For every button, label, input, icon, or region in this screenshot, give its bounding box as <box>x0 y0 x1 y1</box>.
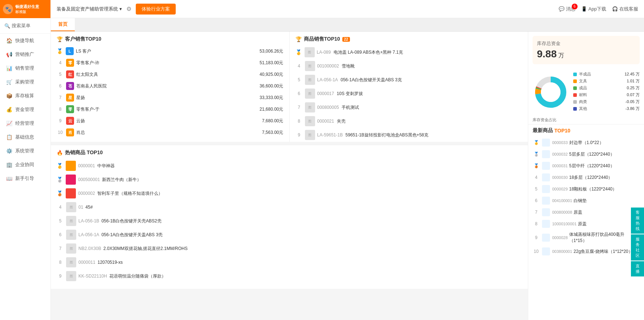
new-product-img <box>542 150 550 158</box>
new-product-row: 8 10000100001 原盖 <box>533 218 640 230</box>
legend-color-dot <box>573 107 577 111</box>
flame-icon: 🔥 <box>57 150 63 156</box>
nav-item-basics[interactable]: 📋 基础信息 <box>0 130 50 144</box>
nav-item-shortcuts[interactable]: 🏠 快捷导航 <box>0 34 50 48</box>
new-product-img <box>542 208 550 216</box>
product-thumbnail: 图 <box>305 116 315 126</box>
new-product-img <box>542 162 550 170</box>
nav-item-system[interactable]: ⚙️ 系统管理 <box>0 144 50 158</box>
donut-chart-area: 半成品 12.45 万 文具 1.01 万 成品 0.25 万 <box>528 69 644 116</box>
inventory-unit: 万 <box>558 52 564 60</box>
marketing-icon: 📢 <box>6 51 12 58</box>
online-service-button[interactable]: 🎧 在线客服 <box>612 6 638 12</box>
customer-avatar: L <box>66 47 74 55</box>
new-product-row: 6 004100001 白钢垫 <box>533 195 640 206</box>
legend-color-dot <box>573 79 577 83</box>
rank-number: 8 <box>533 221 540 226</box>
rank-number: 🥇 <box>533 140 540 145</box>
medal-icon: 🥇 <box>57 163 63 169</box>
new-product-row: 10 003800001 22g鱼豆腐-烧烤味（1*12*20） <box>533 246 640 257</box>
new-product-row: 7 000800008 原盖 <box>533 206 640 218</box>
nav-item-finance[interactable]: 💰 资金管理 <box>0 103 50 116</box>
rank-number: 🥉 <box>533 163 540 168</box>
legend-item: 半成品 12.45 万 <box>573 71 640 77</box>
medal-icon: 🥈 <box>57 177 63 182</box>
hot-product-row: 4 图 01 45# <box>51 200 528 214</box>
customer-avatar: 肖 <box>66 128 74 136</box>
rank-number: 5 <box>533 186 540 192</box>
new-product-row: 🥈 0000032 5层多层（1220*2440） <box>533 148 640 160</box>
hot-product-img: 图 <box>66 243 76 254</box>
home-icon: 🏠 <box>6 37 12 44</box>
new-product-img <box>542 139 550 147</box>
hot-product-row: 🥈 000500001 新西兰牛肉（新牛） <box>51 173 528 186</box>
sidebar: 🐾 畅捷通好生意 标准版 🔍 搜索菜单 🏠 快捷导航 📢 营销推广 📊 销售管理… <box>0 0 51 320</box>
inventory-legend: 半成品 12.45 万 文具 1.01 万 成品 0.25 万 <box>573 71 640 113</box>
guide-icon: 📖 <box>6 175 12 182</box>
rank-number: 4 <box>533 175 540 180</box>
service-community-button[interactable]: 服务 社区 <box>631 234 644 260</box>
nav-item-enterprise[interactable]: 🏢 企业协同 <box>0 158 50 172</box>
rank-number: 9 <box>533 235 540 240</box>
message-button[interactable]: 💬 消息 6 <box>559 6 575 12</box>
product-rank-row: 6 图 0000017 10S 变刺罗拔 <box>290 87 528 100</box>
hot-product-row: 8 图 0000011 12070519-xs <box>51 255 528 269</box>
customer-top10-section: 🏆 客户销售TOP10 🥇 L LS 客户 53,006.26元 4 零 零售客… <box>51 32 290 142</box>
legend-item: 成品 0.25 万 <box>573 85 640 91</box>
trial-plan-button[interactable]: 体验行业方案 <box>136 4 176 15</box>
customer-avatar: 苍 <box>66 82 74 90</box>
trophy-icon: 🏆 <box>57 36 63 42</box>
hot-product-img: 图 <box>66 271 76 281</box>
legend-item: 材料 0.07 万 <box>573 92 640 98</box>
customer-avatar: 云 <box>66 117 74 125</box>
product-rank-row: 4 图 001000002 雪地靴 <box>290 59 528 73</box>
main-area: 装备及固定资产辅助管理系统 ▾ ⚙ 体验行业方案 💬 消息 6 📱 App下载 … <box>51 0 644 320</box>
product-thumbnail: 图 <box>305 89 315 99</box>
legend-color-dot <box>573 86 577 90</box>
customer-avatar: 红 <box>66 70 74 78</box>
nav-item-inventory[interactable]: 📦 库存核算 <box>0 89 50 103</box>
dropdown-arrow-icon: ▾ <box>119 6 122 12</box>
nav-item-sales[interactable]: 📊 销售管理 <box>0 61 50 75</box>
app-download-button[interactable]: 📱 App下载 <box>581 6 606 12</box>
top10-badge: 22 <box>342 37 350 42</box>
customer-rank-row: 5 红 红太阳文具 40,925.00元 <box>51 69 289 80</box>
new-product-img <box>542 185 550 193</box>
message-badge: 6 <box>572 4 578 9</box>
message-icon: 💬 <box>559 6 564 12</box>
logo-icon: 🐾 <box>3 4 13 14</box>
new-product-img <box>542 220 550 228</box>
settings-gear-icon[interactable]: ⚙ <box>126 5 131 12</box>
rank-number: 🥈 <box>533 152 540 157</box>
tab-home[interactable]: 首页 <box>51 18 75 31</box>
nav-item-marketing[interactable]: 📢 营销推广 <box>0 48 50 61</box>
nav-item-operations[interactable]: 📈 经营管理 <box>0 116 50 130</box>
product-rank-row: 🥇 图 LA-089 电池盖 LA-089 ABS本色+黑种 7.1克 <box>290 45 528 59</box>
hot-product-row: 6 图 LA-056-1A 056-1A白色按键开关盖ABS 3壳 <box>51 228 528 242</box>
search-menu-button[interactable]: 🔍 搜索菜单 <box>3 21 48 30</box>
customer-avatar: 零 <box>66 59 74 67</box>
nav-item-guide[interactable]: 📖 新手引导 <box>0 172 50 185</box>
new-product-img <box>542 173 550 181</box>
enterprise-icon: 🏢 <box>6 161 12 168</box>
new-product-img <box>542 197 550 205</box>
product-sales-title: 🏆 商品销售TOP10 22 <box>290 32 528 45</box>
sidebar-search-section: 🔍 搜索菜单 <box>0 18 50 34</box>
system-title-dropdown[interactable]: 装备及固定资产辅助管理系统 ▾ <box>57 6 122 12</box>
system-icon: ⚙️ <box>6 148 12 154</box>
customer-rank-row: 10 肖 肖总 7,563.00元 <box>51 127 289 138</box>
inventory-total-value-row: 9.88 万 <box>537 48 635 60</box>
service-buttons-panel: 客服 热线 服务 社区 直播 <box>631 208 644 276</box>
customer-service-hotline-button[interactable]: 客服 热线 <box>631 208 644 234</box>
live-stream-button[interactable]: 直播 <box>631 261 644 276</box>
product-rank-row: 8 图 0000021 夹壳 <box>290 114 528 128</box>
customer-rank-row: 🥇 L LS 客户 53,006.26元 <box>51 45 289 57</box>
legend-item: 文具 1.01 万 <box>573 78 640 84</box>
nav-item-purchase[interactable]: 🛒 采购管理 <box>0 75 50 89</box>
new-product-row: 9 0000028 体城蒸核味苏打饮品400毫升（1*15） <box>533 230 640 246</box>
customer-avatar: 零 <box>66 105 74 113</box>
product-rank-row: 5 图 LA-056-1A 056-1A白色按键开关盖ABS 3克 <box>290 73 528 87</box>
right-panel: 库存总资金 9.88 万 <box>528 32 644 320</box>
product-thumbnail: 图 <box>305 75 315 85</box>
tab-bar: 首页 <box>51 18 644 32</box>
